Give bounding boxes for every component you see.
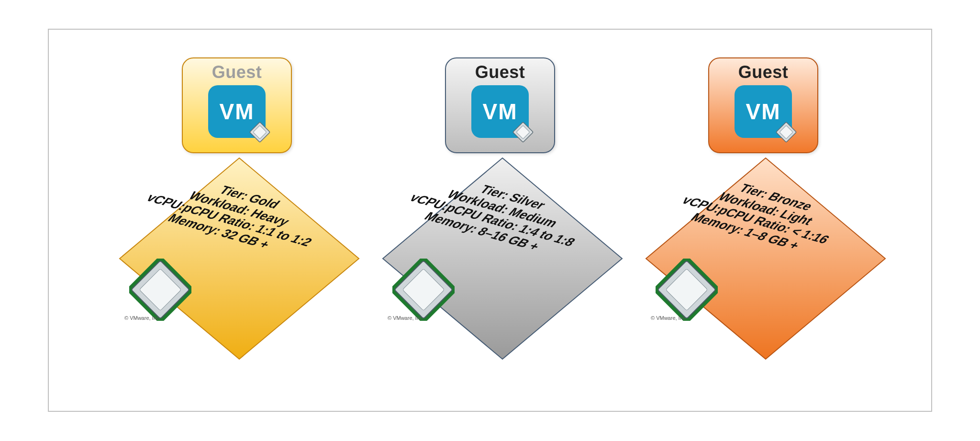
vm-icon: VM <box>735 85 792 138</box>
guest-label: Guest <box>212 62 262 82</box>
vm-badge-text: VM <box>483 99 518 124</box>
chip-mini-icon <box>249 122 270 143</box>
vm-icon: VM <box>208 85 266 138</box>
vm-badge-text: VM <box>746 99 781 124</box>
tier-gold: Guest VM Tier: Gold Workload: Heavy <box>115 57 364 364</box>
cpu-chip-icon <box>129 259 191 321</box>
copyright-text: © VMware, Inc. <box>651 315 687 321</box>
guest-label: Guest <box>738 62 789 82</box>
guest-label: Guest <box>475 62 525 82</box>
vm-icon: VM <box>471 85 529 138</box>
cpu-chip-icon <box>656 259 718 321</box>
guest-box-bronze: Guest VM <box>708 57 818 153</box>
cpu-chip-icon <box>392 259 455 321</box>
tier-bronze: Guest VM Tier: Bronze Workload: Light <box>641 57 890 364</box>
guest-box-silver: Guest VM <box>445 57 555 153</box>
copyright-text: © VMware, Inc. <box>388 315 423 321</box>
chip-mini-icon <box>776 122 797 143</box>
copyright-text: © VMware, Inc. <box>124 315 160 321</box>
vm-badge-text: VM <box>220 99 255 124</box>
guest-box-gold: Guest VM <box>182 57 292 153</box>
tier-silver: Guest VM Tier: Silver Workload: Medium <box>378 57 627 364</box>
chip-mini-icon <box>512 122 534 143</box>
